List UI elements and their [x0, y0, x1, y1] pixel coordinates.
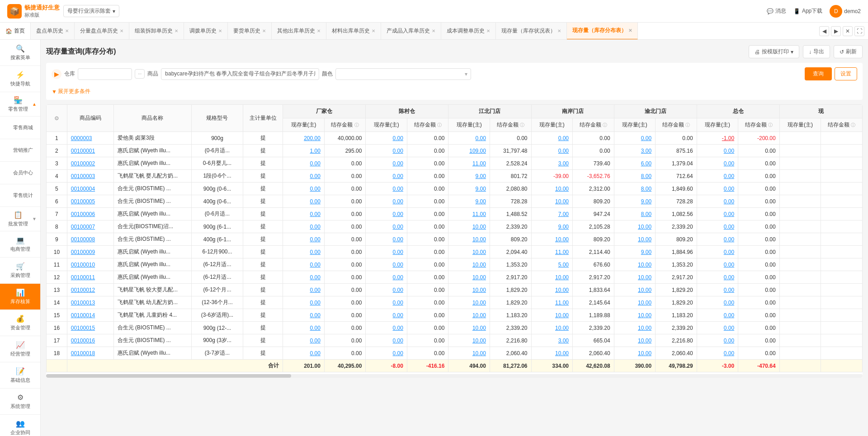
jb-qty-link[interactable]: 10.00: [472, 338, 486, 344]
cc-qty-link[interactable]: 0.00: [393, 262, 403, 268]
code-link[interactable]: 00100004: [71, 186, 95, 192]
yb-qty-link[interactable]: 9.00: [641, 198, 651, 205]
yb-qty-link[interactable]: 8.00: [641, 173, 651, 179]
na-qty-link[interactable]: -39.00: [553, 173, 569, 179]
na-qty-link[interactable]: 10.00: [555, 236, 569, 243]
tab-close-7[interactable]: ✕: [372, 28, 375, 33]
na-qty-link[interactable]: 11.00: [555, 300, 569, 306]
fj-qty-link[interactable]: 0.00: [310, 186, 320, 192]
code-link[interactable]: 00100005: [71, 198, 95, 205]
total-qty-link[interactable]: 0.00: [724, 211, 734, 217]
cc-qty-link[interactable]: 0.00: [393, 198, 403, 205]
tab-close-3[interactable]: ✕: [175, 28, 178, 33]
cc-amt-info-icon[interactable]: ⓘ: [437, 122, 442, 127]
tab-11[interactable]: 现存量（库存分布表） ✕: [567, 23, 638, 40]
sidebar-item-marketing[interactable]: 营销推广: [0, 139, 40, 162]
print-button[interactable]: 🖨 按模版打印 ▾: [749, 45, 799, 58]
tab-home[interactable]: 🏠 首页: [0, 23, 31, 40]
code-link[interactable]: 00100008: [71, 236, 95, 243]
na-qty-link[interactable]: 10.00: [555, 287, 569, 293]
sidebar-item-member[interactable]: 会员中心: [0, 162, 40, 184]
app-download-item[interactable]: 📱 App下载: [793, 7, 822, 15]
jb-qty-link[interactable]: 10.00: [472, 350, 486, 356]
tab-4[interactable]: 调拨单历史 ✕: [184, 23, 228, 40]
code-link[interactable]: 00100018: [71, 350, 95, 356]
jb-qty-link[interactable]: 10.00: [472, 312, 486, 319]
ext-amt-info-icon[interactable]: ⓘ: [851, 122, 855, 127]
yb-qty-link[interactable]: 10.00: [638, 236, 651, 243]
fj-qty-link[interactable]: 0.00: [310, 338, 320, 344]
sidebar-item-wholesale[interactable]: 📋 批发管理 ▼: [0, 207, 40, 231]
code-link[interactable]: 00100003: [71, 173, 95, 179]
na-qty-link[interactable]: 9.00: [558, 224, 569, 230]
tab-10[interactable]: 现存量（库存状况表） ✕: [496, 23, 567, 40]
fj-amt-info-icon[interactable]: ⓘ: [354, 122, 359, 127]
code-link[interactable]: 00100014: [71, 312, 95, 319]
sidebar-item-finance[interactable]: 💰 资金管理: [0, 310, 40, 336]
yb-qty-link[interactable]: 8.00: [641, 186, 651, 192]
tab-close-6[interactable]: ✕: [317, 28, 321, 33]
tab-close-9[interactable]: ✕: [486, 28, 490, 33]
jb-qty-link[interactable]: 10.00: [472, 236, 486, 243]
code-link[interactable]: 00100006: [71, 211, 95, 217]
cc-qty-link[interactable]: 0.00: [393, 135, 403, 141]
demo-selector[interactable]: 母婴行业演示陈套 ▾: [63, 5, 119, 17]
jb-qty-link[interactable]: 11.00: [472, 211, 486, 217]
tab-close-all-button[interactable]: ✕: [843, 26, 853, 36]
tab-close-8[interactable]: ✕: [432, 28, 435, 33]
na-qty-link[interactable]: 3.00: [558, 338, 569, 344]
total-qty-link[interactable]: 0.00: [724, 338, 734, 344]
tab-2[interactable]: 分量盘点单历史 ✕: [75, 23, 129, 40]
sidebar-item-basic[interactable]: 📝 基础信息: [0, 362, 40, 389]
fj-qty-link[interactable]: 0.00: [310, 211, 320, 217]
total-qty-link[interactable]: 0.00: [724, 224, 734, 230]
total-qty-link[interactable]: 0.00: [724, 148, 734, 154]
jb-qty-link[interactable]: 9.00: [476, 198, 486, 205]
yb-qty-link[interactable]: 6.00: [641, 160, 651, 167]
total-qty-link[interactable]: 0.00: [724, 262, 734, 268]
total-qty-link[interactable]: 0.00: [724, 160, 734, 167]
total-qty-link[interactable]: 0.00: [724, 274, 734, 281]
jb-qty-link[interactable]: 9.00: [476, 173, 486, 179]
yb-qty-link[interactable]: 10.00: [638, 312, 651, 319]
tab-close-2[interactable]: ✕: [120, 28, 123, 33]
na-qty-link[interactable]: 10.00: [555, 186, 569, 192]
table-settings-icon[interactable]: ⚙: [54, 115, 59, 122]
fj-qty-link[interactable]: 0.00: [310, 198, 320, 205]
fj-qty-link[interactable]: 200.00: [304, 135, 321, 141]
cc-qty-link[interactable]: 0.00: [393, 186, 403, 192]
total-qty-link[interactable]: 0.00: [724, 325, 734, 331]
expand-arrow-button[interactable]: ▶: [52, 69, 61, 79]
jb-qty-link[interactable]: 11.00: [472, 160, 486, 167]
yb-qty-link[interactable]: 8.00: [641, 211, 651, 217]
fj-qty-link[interactable]: 0.00: [310, 274, 320, 281]
cc-qty-link[interactable]: 0.00: [393, 148, 403, 154]
cc-qty-link[interactable]: 0.00: [393, 173, 403, 179]
yb-qty-link[interactable]: 10.00: [638, 274, 651, 281]
yb-qty-link[interactable]: 9.00: [641, 249, 651, 255]
total-qty-link[interactable]: 0.00: [724, 186, 734, 192]
cc-qty-link[interactable]: 0.00: [393, 312, 403, 319]
warehouse-ellipsis-button[interactable]: ···: [135, 69, 145, 79]
search-button[interactable]: 查询: [805, 67, 832, 80]
yb-qty-link[interactable]: 10.00: [638, 287, 651, 293]
cc-qty-link[interactable]: 0.00: [393, 287, 403, 293]
setting-button[interactable]: 设置: [835, 67, 857, 80]
na-amt-info-icon[interactable]: ⓘ: [603, 122, 607, 127]
code-link[interactable]: 00100012: [71, 287, 95, 293]
total-qty-link[interactable]: -1.00: [722, 135, 734, 141]
total-qty-link[interactable]: 0.00: [724, 236, 734, 243]
jb-qty-link[interactable]: 10.00: [472, 325, 486, 331]
tab-5[interactable]: 要货单历史 ✕: [228, 23, 272, 40]
sidebar-item-quicknav[interactable]: ⚡ 快捷导航: [0, 66, 40, 92]
na-qty-link[interactable]: 10.00: [555, 325, 569, 331]
jb-qty-link[interactable]: 0.00: [476, 135, 486, 141]
na-qty-link[interactable]: 0.00: [558, 148, 569, 154]
total-amt-info-icon[interactable]: ⓘ: [768, 122, 773, 127]
fj-qty-link[interactable]: 0.00: [310, 350, 320, 356]
total-qty-link[interactable]: 0.00: [724, 312, 734, 319]
sidebar-item-inventory[interactable]: 📊 库存核算: [0, 284, 40, 310]
tab-expand-button[interactable]: ⛶: [854, 26, 864, 36]
fj-qty-link[interactable]: 0.00: [310, 236, 320, 243]
yb-qty-link[interactable]: 0.00: [641, 135, 651, 141]
